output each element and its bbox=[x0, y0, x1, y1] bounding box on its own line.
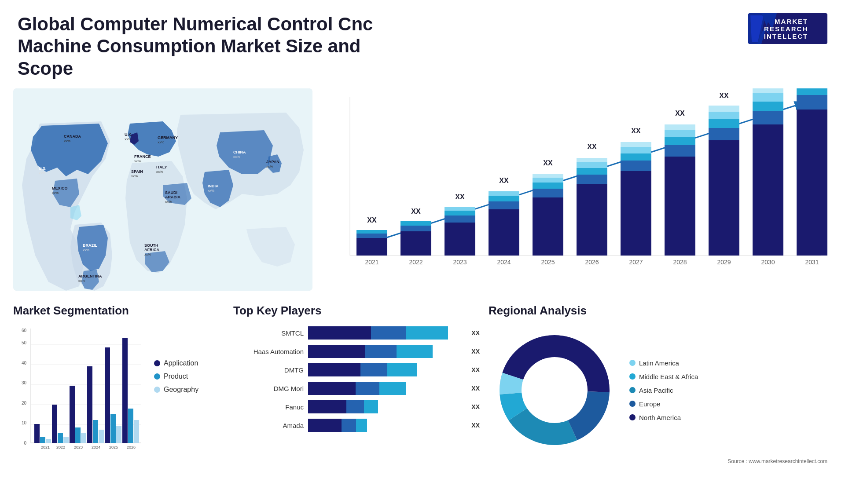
svg-text:xx%: xx% bbox=[165, 200, 172, 204]
svg-rect-66 bbox=[533, 183, 563, 189]
svg-text:XX: XX bbox=[543, 159, 553, 167]
reg-label-latin: Latin America bbox=[639, 359, 679, 367]
svg-rect-53 bbox=[445, 215, 475, 223]
svg-text:SOUTH: SOUTH bbox=[144, 243, 158, 248]
svg-text:10: 10 bbox=[22, 420, 27, 425]
svg-text:XX: XX bbox=[367, 216, 377, 224]
map-section: CANADA xx% U.S. xx% MEXICO xx% BRAZIL xx… bbox=[13, 88, 312, 291]
svg-rect-137 bbox=[93, 420, 98, 443]
svg-rect-61 bbox=[489, 191, 519, 196]
svg-text:xx%: xx% bbox=[208, 189, 214, 193]
svg-rect-136 bbox=[87, 366, 92, 443]
svg-text:U.K.: U.K. bbox=[125, 132, 132, 137]
svg-rect-75 bbox=[577, 158, 607, 162]
svg-rect-99 bbox=[753, 124, 783, 256]
svg-rect-92 bbox=[709, 140, 739, 256]
svg-text:xx%: xx% bbox=[158, 140, 164, 144]
reg-label-europe: Europe bbox=[639, 400, 660, 408]
svg-text:xx%: xx% bbox=[266, 164, 273, 168]
player-row-smtcl: SMTCL XX bbox=[233, 326, 480, 340]
svg-rect-58 bbox=[489, 209, 519, 256]
svg-rect-44 bbox=[356, 230, 387, 234]
svg-rect-42 bbox=[356, 238, 387, 256]
svg-rect-72 bbox=[577, 175, 607, 184]
svg-rect-126 bbox=[46, 439, 51, 443]
svg-rect-47 bbox=[400, 231, 431, 256]
svg-text:2025: 2025 bbox=[541, 259, 555, 266]
svg-text:CHINA: CHINA bbox=[233, 150, 246, 154]
reg-dot-asia bbox=[629, 387, 636, 393]
logo-box: MARKET RESEARCH INTELLECT bbox=[748, 13, 827, 44]
svg-text:2028: 2028 bbox=[673, 259, 687, 266]
svg-rect-133 bbox=[75, 427, 81, 443]
legend-label-product: Product bbox=[164, 373, 188, 380]
svg-rect-59 bbox=[489, 201, 519, 209]
svg-rect-48 bbox=[400, 226, 431, 231]
legend-label-application: Application bbox=[164, 359, 198, 367]
reg-legend-north-america: North America bbox=[629, 414, 698, 421]
player-bar-container-dmg-mori bbox=[308, 382, 463, 395]
svg-text:2023: 2023 bbox=[453, 259, 467, 266]
svg-rect-60 bbox=[489, 196, 519, 201]
regional-content: Latin America Middle East & Africa Asia … bbox=[489, 324, 832, 456]
svg-text:U.S.: U.S. bbox=[39, 166, 47, 171]
player-row-dmg-mori: DMG Mori XX bbox=[233, 382, 480, 395]
svg-text:xx%: xx% bbox=[134, 159, 141, 163]
svg-rect-144 bbox=[122, 338, 128, 443]
player-name-fanuc: Fanuc bbox=[233, 403, 304, 411]
players-list: SMTCL XX Haas Automation bbox=[233, 324, 480, 432]
svg-rect-55 bbox=[445, 207, 475, 211]
svg-text:ITALY: ITALY bbox=[156, 165, 167, 169]
svg-text:xx%: xx% bbox=[233, 155, 240, 159]
legend-item-geography: Geography bbox=[154, 386, 198, 394]
player-value-dmg-mori: XX bbox=[471, 385, 480, 392]
svg-rect-80 bbox=[621, 153, 651, 161]
svg-rect-124 bbox=[34, 424, 40, 443]
legend-dot-geography bbox=[154, 387, 160, 393]
regional-title: Regional Analysis bbox=[489, 304, 832, 318]
svg-rect-141 bbox=[110, 414, 116, 443]
svg-text:30: 30 bbox=[22, 380, 27, 385]
player-row-amada: Amada XX bbox=[233, 419, 480, 432]
svg-text:XX: XX bbox=[499, 177, 509, 184]
svg-text:SAUDI: SAUDI bbox=[165, 190, 177, 195]
reg-dot-north-america bbox=[629, 414, 636, 420]
bottom-row: Market Segmentation 0 10 20 30 40 50 60 bbox=[13, 304, 832, 484]
svg-text:xx%: xx% bbox=[83, 248, 89, 252]
svg-text:2021: 2021 bbox=[365, 259, 378, 266]
svg-text:XX: XX bbox=[719, 92, 729, 99]
bar-chart: XX XX 2021 XX 2022 XX 2 bbox=[321, 88, 832, 291]
svg-rect-93 bbox=[709, 128, 739, 140]
svg-rect-103 bbox=[753, 88, 783, 93]
svg-rect-74 bbox=[577, 162, 607, 168]
player-name-dmg-mori: DMG Mori bbox=[233, 385, 304, 392]
svg-point-154 bbox=[526, 362, 583, 419]
svg-rect-138 bbox=[99, 430, 104, 443]
svg-rect-101 bbox=[753, 102, 783, 111]
seg-chart-container: 0 10 20 30 40 50 60 bbox=[13, 324, 224, 474]
svg-rect-54 bbox=[445, 211, 475, 215]
svg-text:ARGENTINA: ARGENTINA bbox=[78, 274, 102, 278]
svg-rect-88 bbox=[665, 130, 695, 137]
svg-rect-49 bbox=[400, 221, 431, 226]
page-title: Global Computer Numerical Control Cnc Ma… bbox=[18, 13, 414, 80]
svg-text:20: 20 bbox=[22, 401, 27, 405]
svg-rect-128 bbox=[52, 405, 57, 443]
legend-dot-product bbox=[154, 373, 160, 380]
svg-rect-78 bbox=[621, 171, 651, 256]
bar-chart-section: XX XX 2021 XX 2022 XX 2 bbox=[321, 88, 832, 291]
source-text: Source : www.marketresearchintellect.com bbox=[489, 456, 832, 464]
svg-text:2026: 2026 bbox=[127, 445, 136, 449]
svg-text:JAPAN: JAPAN bbox=[266, 160, 279, 164]
svg-text:60: 60 bbox=[22, 328, 27, 333]
svg-text:xx%: xx% bbox=[52, 191, 59, 195]
svg-text:xx%: xx% bbox=[156, 170, 163, 174]
svg-text:xx%: xx% bbox=[64, 139, 70, 143]
svg-rect-43 bbox=[356, 234, 387, 238]
segmentation-chart: 0 10 20 30 40 50 60 bbox=[13, 324, 145, 460]
reg-dot-europe bbox=[629, 401, 636, 407]
reg-legend-europe: Europe bbox=[629, 400, 698, 408]
svg-text:2023: 2023 bbox=[74, 445, 83, 449]
svg-text:xx%: xx% bbox=[144, 252, 151, 256]
logo-line2: RESEARCH bbox=[764, 25, 808, 33]
